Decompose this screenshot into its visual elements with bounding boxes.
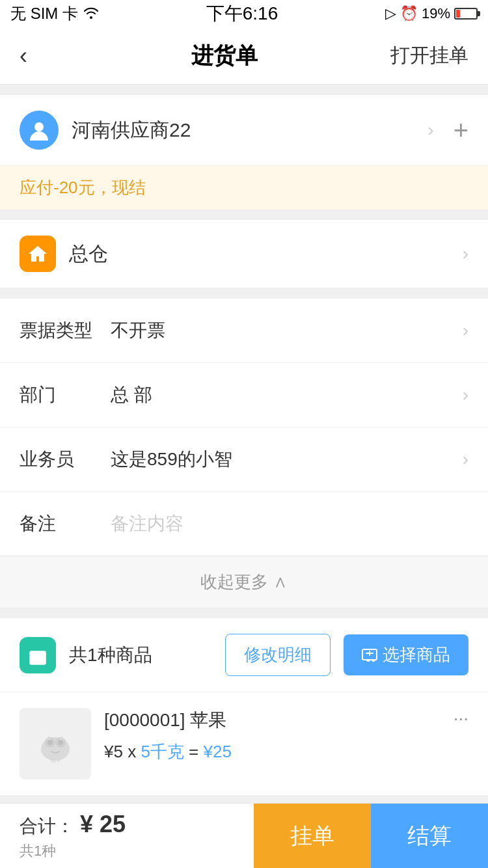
supplier-name: 河南供应商22 [72,117,427,144]
warehouse-row[interactable]: 总仓 › [0,220,488,288]
pend-button[interactable]: 挂单 [254,804,371,869]
salesperson-label: 业务员 [20,447,98,472]
warehouse-icon [20,236,56,272]
wifi-icon [83,5,99,23]
remark-label: 备注 [20,511,98,536]
svg-point-7 [47,740,53,745]
section-gap-4 [0,608,488,618]
salesperson-arrow: › [463,449,468,470]
total-section: 合计： ¥ 25 共1种 [0,811,254,861]
bag-icon [27,645,48,666]
battery-icon [454,8,478,20]
svg-point-8 [58,740,63,745]
product-thumbnail: 兽+ [20,708,91,780]
status-right: ▷ ⏰ 19% [385,5,478,22]
product-info: [0000001] 苹果 ¥5 x 5千克 = ¥25 [104,708,441,763]
form-section: 票据类型 不开票 › 部门 总 部 › 业务员 这是859的小智 › 备注 备注… [0,298,488,556]
remark-row[interactable]: 备注 备注内容 [0,491,488,556]
cart-icon [362,647,377,663]
supplier-avatar [20,111,59,150]
section-gap-2 [0,210,488,220]
total-label: 合计： [20,816,74,836]
supplier-row[interactable]: 河南供应商22 › + [0,95,488,166]
carrier-text: 无 SIM 卡 [10,3,78,24]
product-fruit-name: 苹果 [190,710,226,730]
total-value: ¥25 [204,742,232,761]
product-item: 兽+ [0000001] 苹果 ¥5 x 5千克 = ¥25 ··· [0,692,488,795]
salesperson-value: 这是859的小智 [98,447,463,472]
back-button[interactable]: ‹ [20,42,59,70]
product-price: ¥5 x 5千克 = ¥25 [104,740,441,763]
section-gap-1 [0,85,488,95]
nav-bar: ‹ 进货单 打开挂单 [0,27,488,85]
svg-rect-1 [30,651,46,664]
edit-detail-button[interactable]: 修改明细 [225,634,331,676]
product-id: [0000001] [104,710,185,730]
price-separator: x [128,742,141,761]
owl-icon: 兽+ [36,724,75,763]
salesperson-row[interactable]: 业务员 这是859的小智 › [0,427,488,491]
department-arrow: › [463,385,468,405]
add-supplier-button[interactable]: + [454,116,468,145]
total-value: ¥ 25 [80,811,126,837]
open-pending-button[interactable]: 打开挂单 [390,42,468,69]
page-title: 进货单 [191,41,258,71]
collapse-button[interactable]: 收起更多 ∧ [0,556,488,608]
select-product-label: 选择商品 [383,644,450,666]
quantity-value: 5千克 [141,742,183,761]
person-icon [27,118,51,142]
settle-button[interactable]: 结算 [371,804,488,869]
warehouse-name: 总仓 [69,241,463,267]
svg-point-0 [34,122,44,131]
status-bar: 无 SIM 卡 下午6:16 ▷ ⏰ 19% [0,0,488,27]
notice-bar: 应付-20元，现结 [0,166,488,210]
svg-text:兽+: 兽+ [50,757,61,763]
status-time: 下午6:16 [206,1,278,26]
status-left: 无 SIM 卡 [10,3,99,24]
product-name: [0000001] 苹果 [104,708,441,733]
price-value: ¥5 [104,742,123,761]
select-product-button[interactable]: 选择商品 [344,634,468,675]
alarm-icon: ⏰ [400,5,418,22]
location-icon: ▷ [385,5,396,22]
section-gap-3 [0,288,488,298]
product-icon [20,637,56,673]
house-icon [27,243,48,264]
invoice-type-arrow: › [463,320,468,341]
product-more-button[interactable]: ··· [454,708,468,729]
equals-sign: = [189,742,203,761]
remark-input[interactable]: 备注内容 [98,511,468,536]
invoice-type-value: 不开票 [98,318,463,343]
invoice-type-label: 票据类型 [20,318,98,343]
bottom-bar: 合计： ¥ 25 共1种 挂单 结算 [0,803,488,868]
supplier-arrow-icon: › [427,120,433,141]
warehouse-arrow-icon: › [463,243,468,264]
product-header: 共1种商品 修改明细 选择商品 [0,618,488,692]
total-amount: 合计： ¥ 25 [20,811,234,839]
product-count: 共1种商品 [69,643,212,668]
department-label: 部门 [20,383,98,407]
invoice-type-row[interactable]: 票据类型 不开票 › [0,298,488,362]
department-value: 总 部 [98,383,463,407]
battery-percent: 19% [422,5,450,22]
department-row[interactable]: 部门 总 部 › [0,362,488,427]
total-count: 共1种 [20,841,234,861]
